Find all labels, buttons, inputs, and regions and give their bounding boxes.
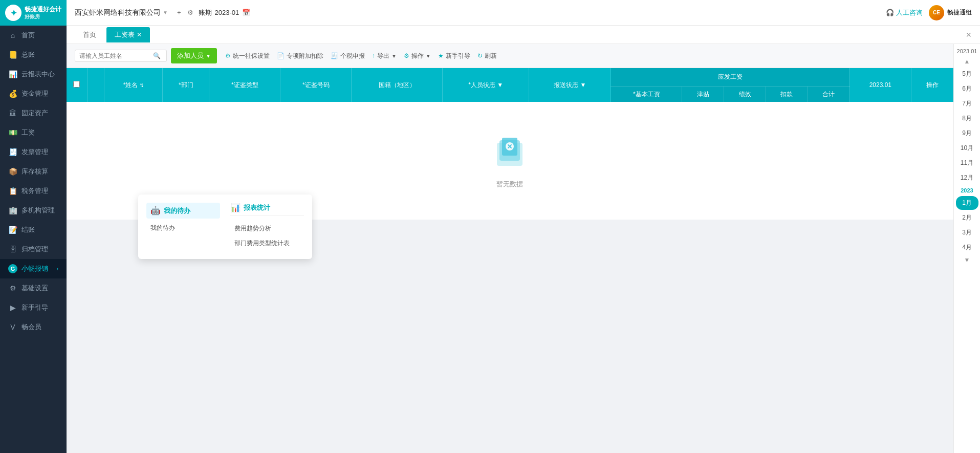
sidebar-item-basic-settings[interactable]: ⚙ 基础设置 xyxy=(0,278,67,298)
fund-icon: 💰 xyxy=(8,90,17,98)
company-name[interactable]: 西安虾米网络科技有限公司 ▼ xyxy=(75,8,168,17)
refresh-btn[interactable]: ↻ 刷新 xyxy=(477,52,497,60)
cert-number-header: *证鉴号码 xyxy=(280,68,352,102)
month-item-10[interactable]: 10月 xyxy=(956,141,978,155)
new-guide-btn[interactable]: ★ 新手引导 xyxy=(438,52,470,60)
archive-icon: 🗄 xyxy=(8,245,17,253)
export-btn[interactable]: ↑ 导出 ▼ xyxy=(372,52,397,60)
sidebar-item-salary[interactable]: 💵 工资 xyxy=(0,123,67,142)
service-button[interactable]: 🎧 人工咨询 xyxy=(886,8,923,17)
filter-icon[interactable]: ▼ xyxy=(497,81,503,89)
menu-section: 🤖 我的待办 我的待办 📊 报表统计 费用趋势分析 部门费用类型统计表 xyxy=(146,203,304,251)
refresh-icon: ↻ xyxy=(477,52,483,59)
report-stats-header[interactable]: 📊 报表统计 xyxy=(230,203,304,216)
base-salary-header: *基本工资 xyxy=(611,87,682,102)
sidebar-item-invoice[interactable]: 🧾 发票管理 xyxy=(0,142,67,162)
tax-report-icon: 🧾 xyxy=(331,52,338,59)
tab-salary-table[interactable]: 工资表 ✕ xyxy=(106,27,150,42)
logo-icon: ✦ xyxy=(5,5,21,21)
operation-btn[interactable]: ⚙ 操作 ▼ xyxy=(404,52,431,60)
month-item-4[interactable]: 4月 xyxy=(956,241,978,254)
month-item-7[interactable]: 7月 xyxy=(956,97,978,111)
sidebar-item-inventory[interactable]: 📦 库存核算 xyxy=(0,162,67,181)
bonus-header: 绩效 xyxy=(724,87,766,102)
deduction-icon: 📄 xyxy=(277,52,285,59)
add-person-button[interactable]: 添加人员 ▼ xyxy=(171,48,217,63)
dropdown-menu: 🤖 我的待办 我的待办 📊 报表统计 费用趋势分析 部门费用类型统计表 xyxy=(138,195,312,259)
export-arrow: ▼ xyxy=(391,53,397,59)
month-item-3[interactable]: 3月 xyxy=(956,226,978,240)
month-panel: 2023.01 ▲ 5月 6月 7月 8月 9月 10月 11月 12月 202… xyxy=(953,44,980,453)
menu-col-waiting: 🤖 我的待办 我的待办 xyxy=(146,203,220,251)
sidebar-item-tax[interactable]: 📋 税务管理 xyxy=(0,181,67,201)
sidebar-item-new-guide[interactable]: ▶ 新手引导 xyxy=(0,298,67,317)
special-deduction-btn[interactable]: 📄 专项附加扣除 xyxy=(277,52,323,60)
total-header: 合计 xyxy=(808,87,850,102)
month-item-6[interactable]: 6月 xyxy=(956,82,978,96)
tax-icon: 📋 xyxy=(8,187,17,195)
export-icon: ↑ xyxy=(372,52,375,59)
sidebar-item-multi-org[interactable]: 🏢 多机构管理 xyxy=(0,201,67,220)
tab-close-all[interactable]: ✕ xyxy=(966,31,972,39)
operation-icon: ⚙ xyxy=(404,52,409,59)
month-item-1-active[interactable]: 1月 xyxy=(956,196,978,210)
sidebar-item-cloud-report[interactable]: 📊 云报表中心 xyxy=(0,64,67,84)
add-person-dropdown-arrow: ▼ xyxy=(206,53,211,59)
select-all-checkbox[interactable] xyxy=(73,81,80,88)
user-info[interactable]: CE 畅捷通组 xyxy=(929,5,972,20)
month-up-button[interactable]: ▲ xyxy=(960,56,974,67)
month-item-8[interactable]: 8月 xyxy=(956,112,978,125)
operation-header: 操作 xyxy=(911,68,953,102)
month-item-5[interactable]: 5月 xyxy=(956,67,978,81)
expense-trend-item[interactable]: 费用趋势分析 xyxy=(230,221,304,236)
job-number-header xyxy=(87,68,104,102)
subsidy-header: 津贴 xyxy=(682,87,724,102)
search-box[interactable]: 🔍 xyxy=(75,50,167,62)
company-dropdown-arrow[interactable]: ▼ xyxy=(163,10,168,15)
sidebar-item-fund[interactable]: 💰 资金管理 xyxy=(0,84,67,103)
main-content: 西安虾米网络科技有限公司 ▼ + ⚙ 账期 2023-01 📅 🎧 人工咨询 C… xyxy=(67,0,980,453)
month-item-12[interactable]: 12月 xyxy=(956,171,978,185)
table-wrapper: *姓名 ⇅ *部门 *证鉴类型 *证鉴号码 国籍（地区） *人员状态 ▼ 报送状… xyxy=(67,68,953,453)
sidebar-item-archive[interactable]: 🗄 归档管理 xyxy=(0,240,67,259)
add-button[interactable]: + xyxy=(177,9,181,16)
year-month-header: 2023.01 xyxy=(850,68,911,102)
social-icon: ⚙ xyxy=(225,52,231,59)
sort-icon[interactable]: ⇅ xyxy=(140,83,144,88)
sidebar-item-fixed-assets[interactable]: 🏛 固定资产 xyxy=(0,103,67,123)
personal-tax-btn[interactable]: 🧾 个税申报 xyxy=(331,52,365,60)
month-panel-header: 2023.01 xyxy=(956,46,978,56)
empty-icon xyxy=(489,133,530,174)
my-waiting-header[interactable]: 🤖 我的待办 xyxy=(146,203,220,219)
search-icon[interactable]: 🔍 xyxy=(153,52,161,59)
sidebar-item-settlement[interactable]: 📝 结账 xyxy=(0,220,67,240)
tab-close-button[interactable]: ✕ xyxy=(137,31,142,38)
sidebar-item-xiaochang[interactable]: G 小畅报销 ‹ xyxy=(0,259,67,278)
membership-icon: V xyxy=(8,323,17,331)
month-item-9[interactable]: 9月 xyxy=(956,126,978,140)
sidebar-item-membership[interactable]: V 畅会员 xyxy=(0,317,67,337)
report-filter-icon[interactable]: ▼ xyxy=(580,81,586,89)
search-input[interactable] xyxy=(79,52,151,59)
my-waiting-item[interactable]: 我的待办 xyxy=(146,221,220,235)
sidebar-item-home[interactable]: ⌂ 首页 xyxy=(0,26,67,45)
sidebar: ✦ 畅捷通好会计 好账房 ⌂ 首页 📒 总账 📊 云报表中心 💰 资金管理 🏛 … xyxy=(0,0,67,453)
headset-icon: 🎧 xyxy=(886,9,894,16)
account-period[interactable]: 账期 2023-01 📅 xyxy=(199,8,251,17)
dept-expense-item[interactable]: 部门费用类型统计表 xyxy=(230,236,304,251)
header: 西安虾米网络科技有限公司 ▼ + ⚙ 账期 2023-01 📅 🎧 人工咨询 C… xyxy=(67,0,980,26)
fixed-assets-icon: 🏛 xyxy=(8,109,17,117)
toolbar-actions: ⚙ 统一社保设置 📄 专项附加扣除 🧾 个税申报 ↑ 导出 ▼ xyxy=(225,52,497,60)
inventory-icon: 📦 xyxy=(8,167,17,176)
unified-social-btn[interactable]: ⚙ 统一社保设置 xyxy=(225,52,270,60)
tab-home[interactable]: 首页 xyxy=(75,27,104,42)
sidebar-item-general-ledger[interactable]: 📒 总账 xyxy=(0,45,67,64)
salary-group-header: 应发工资 xyxy=(611,68,850,87)
settings-button[interactable]: ⚙ xyxy=(187,9,193,16)
month-item-2[interactable]: 2月 xyxy=(956,211,978,225)
operation-arrow: ▼ xyxy=(426,53,431,59)
month-down-button[interactable]: ▼ xyxy=(960,255,974,265)
checkbox-header[interactable] xyxy=(67,68,87,102)
calendar-icon[interactable]: 📅 xyxy=(242,9,250,16)
month-item-11[interactable]: 11月 xyxy=(956,156,978,170)
